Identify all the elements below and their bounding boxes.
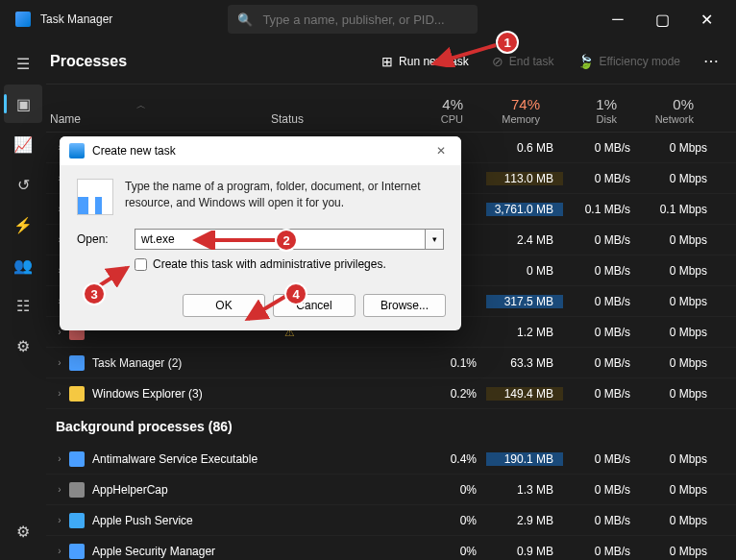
window-controls: ─ ▢ ✕ — [596, 0, 728, 38]
nav-settings[interactable]: ⚙ — [4, 512, 42, 550]
maximize-button[interactable]: ▢ — [640, 0, 684, 38]
table-row[interactable]: ›Apple Security Manager0%0.9 MB0 MB/s0 M… — [46, 536, 736, 560]
run-dialog-icon — [77, 179, 113, 215]
cpu-cell: 0% — [409, 483, 486, 497]
memory-cell: 190.1 MB — [486, 452, 563, 466]
memory-cell: 0 MB — [486, 264, 563, 278]
disk-cell: 0 MB/s — [563, 452, 640, 466]
dialog-icon — [69, 143, 85, 158]
svg-line-3 — [248, 296, 286, 319]
leaf-icon: 🍃 — [577, 54, 594, 69]
cpu-cell: 0.2% — [409, 387, 486, 401]
table-row[interactable]: ›Apple Push Service0%2.9 MB0 MB/s0 Mbps — [46, 505, 736, 536]
admin-checkbox[interactable] — [135, 258, 147, 271]
process-name: Task Manager (2) — [92, 356, 284, 370]
table-row[interactable]: ›Antimalware Service Executable0.4%190.1… — [46, 444, 736, 475]
cpu-cell: 0.4% — [409, 452, 486, 466]
chevron-right-icon[interactable]: › — [50, 453, 69, 464]
process-icon — [69, 451, 85, 467]
close-button[interactable]: ✕ — [684, 0, 728, 38]
minimize-button[interactable]: ─ — [596, 0, 640, 38]
nav-startup[interactable]: ⚡ — [4, 206, 42, 244]
disk-cell: 0 MB/s — [563, 233, 640, 247]
process-name: AppHelperCap — [92, 483, 284, 497]
process-name: Windows Explorer (3) — [92, 387, 284, 401]
network-cell: 0 Mbps — [640, 387, 717, 401]
svg-line-2 — [100, 268, 127, 285]
chevron-right-icon[interactable]: › — [50, 546, 69, 556]
chevron-right-icon[interactable]: › — [50, 357, 69, 368]
col-status[interactable]: Status — [271, 112, 396, 126]
disk-cell: 0.1 MB/s — [563, 203, 640, 216]
admin-label: Create this task with administrative pri… — [153, 257, 386, 271]
cpu-cell: 0% — [409, 545, 486, 558]
col-disk[interactable]: 1%Disk — [550, 96, 626, 126]
app-icon — [15, 12, 31, 27]
disk-cell: 0 MB/s — [563, 483, 640, 497]
background-group-header: Background processes (86) — [46, 409, 736, 444]
table-row[interactable]: ›Windows Explorer (3)0.2%149.4 MB0 MB/s0… — [46, 378, 736, 409]
memory-cell: 0.6 MB — [486, 141, 563, 155]
process-name: Antimalware Service Executable — [92, 452, 284, 466]
browse-button[interactable]: Browse... — [363, 294, 446, 317]
search-icon: 🔍 — [237, 12, 253, 27]
process-icon — [69, 544, 85, 559]
search-box[interactable]: 🔍 — [228, 5, 478, 34]
more-button[interactable]: ⋯ — [694, 46, 728, 76]
network-cell: 0 Mbps — [640, 452, 717, 466]
dialog-description: Type the name of a program, folder, docu… — [125, 179, 444, 215]
memory-cell: 317.5 MB — [486, 295, 563, 308]
network-cell: 0 Mbps — [640, 295, 717, 308]
memory-cell: 1.2 MB — [486, 326, 563, 339]
nav-services[interactable]: ⚙ — [4, 327, 42, 365]
nav-processes[interactable]: ▣ — [4, 85, 42, 123]
chevron-right-icon[interactable]: › — [50, 515, 69, 525]
nav-performance[interactable]: 📈 — [4, 125, 42, 163]
table-row[interactable]: ›AppHelperCap0%1.3 MB0 MB/s0 Mbps — [46, 475, 736, 505]
search-input[interactable] — [262, 12, 468, 27]
disk-cell: 0 MB/s — [563, 356, 640, 370]
open-dropdown-button[interactable]: ▾ — [425, 229, 444, 250]
network-cell: 0 Mbps — [640, 264, 717, 278]
network-cell: 0 Mbps — [640, 141, 717, 155]
disk-cell: 0 MB/s — [563, 172, 640, 185]
memory-cell: 113.0 MB — [486, 172, 563, 185]
network-cell: 0 Mbps — [640, 172, 717, 185]
process-icon — [69, 513, 85, 528]
nav-details[interactable]: ☷ — [4, 286, 42, 325]
disk-cell: 0 MB/s — [563, 514, 640, 527]
memory-cell: 3,761.0 MB — [486, 203, 563, 216]
sort-indicator: ︿ — [136, 99, 146, 112]
disk-cell: 0 MB/s — [563, 264, 640, 278]
cpu-cell: 0.1% — [409, 356, 486, 370]
nav-hamburger[interactable]: ☰ — [4, 44, 42, 83]
network-cell: 0 Mbps — [640, 483, 717, 497]
annotation-1: 1 — [496, 31, 519, 54]
efficiency-mode-button[interactable]: 🍃 Efficiency mode — [568, 48, 691, 75]
run-task-icon: ⊞ — [381, 54, 393, 69]
memory-cell: 63.3 MB — [486, 356, 563, 370]
table-row[interactable]: ›Task Manager (2)0.1%63.3 MB0 MB/s0 Mbps — [46, 348, 736, 378]
nav-history[interactable]: ↺ — [4, 165, 42, 204]
process-icon — [69, 355, 85, 371]
page-title: Processes — [50, 53, 127, 70]
col-network[interactable]: 0%Network — [626, 96, 703, 126]
col-cpu[interactable]: 4%CPU — [396, 96, 473, 126]
dialog-close-button[interactable]: ✕ — [430, 144, 452, 158]
col-memory[interactable]: 74%Memory — [473, 96, 550, 126]
nav-users[interactable]: 👥 — [4, 246, 42, 284]
annotation-3: 3 — [83, 282, 106, 305]
chevron-right-icon[interactable]: › — [50, 484, 69, 495]
titlebar: Task Manager 🔍 ─ ▢ ✕ — [0, 0, 736, 38]
col-name[interactable]: ︿ Name — [50, 112, 271, 126]
column-headers: ︿ Name Status 4%CPU 74%Memory 1%Disk 0%N… — [0, 85, 736, 133]
process-icon — [69, 482, 85, 498]
network-cell: 0 Mbps — [640, 514, 717, 527]
cpu-cell: 0% — [409, 514, 486, 527]
network-cell: 0 Mbps — [640, 545, 717, 558]
annotation-4: 4 — [284, 282, 307, 305]
disk-cell: 0 MB/s — [563, 141, 640, 155]
chevron-right-icon[interactable]: › — [50, 388, 69, 399]
app-title: Task Manager — [40, 12, 112, 26]
memory-cell: 0.9 MB — [486, 545, 563, 558]
